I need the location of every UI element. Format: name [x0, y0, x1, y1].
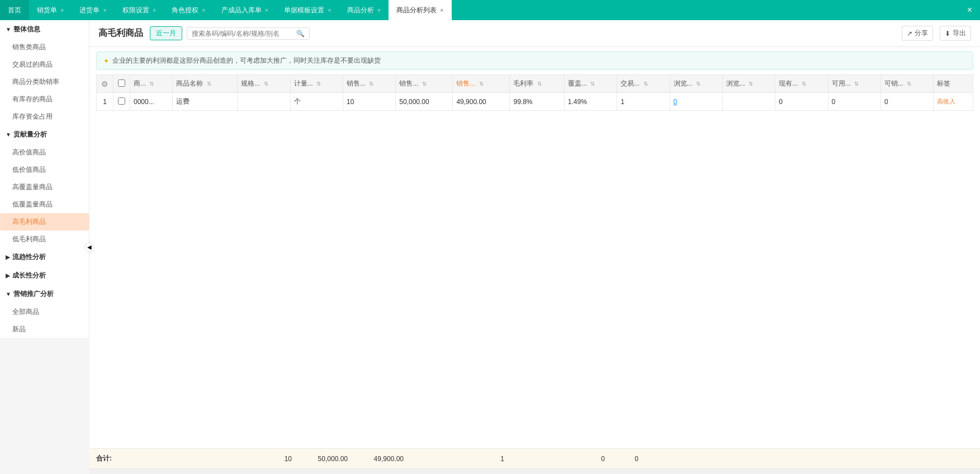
row-checkbox[interactable] [118, 97, 125, 105]
cell-sellable-stock: 0 [880, 93, 933, 111]
sidebar-item-high-coverage[interactable]: 高覆盖量商品 [0, 179, 89, 196]
page-title: 高毛利商品 [98, 27, 143, 39]
close-product-analysis[interactable]: × [377, 7, 381, 13]
total-view2 [542, 455, 576, 463]
nav-role-auth[interactable]: 角色授权 × [164, 0, 213, 20]
top-navigation: 首页 销货单 × 进货单 × 权限设置 × 角色授权 × 产成品入库单 × 单据… [0, 0, 980, 20]
settings-icon[interactable]: ⚙ [101, 79, 108, 88]
close-purchase-order[interactable]: × [103, 7, 106, 13]
sidebar-section-overall[interactable]: ▼ 整体信息 [0, 20, 89, 39]
sidebar-item-low-margin[interactable]: 低毛利商品 [0, 231, 89, 248]
sidebar-section-growth[interactable]: ▶ 成长性分析 [0, 266, 89, 285]
window-close-button[interactable]: × [959, 5, 980, 15]
filter-recent-month[interactable]: 近一月 [150, 26, 182, 40]
cell-current-stock: 0 [775, 93, 828, 111]
search-container: 🔍 [187, 27, 310, 40]
sidebar-item-stock-capital[interactable]: 库存资金占用 [0, 108, 89, 125]
col-settings[interactable]: ⚙ [97, 75, 113, 93]
nav-product-analysis-list[interactable]: 商品分析列表 × [389, 0, 451, 20]
col-name[interactable]: 商品名称 ⇅ [173, 75, 238, 93]
col-gross-margin[interactable]: 毛利率 ⇅ [510, 75, 564, 93]
sort-icon-available-stock: ⇅ [854, 81, 859, 87]
cell-sales-cost: 49,900.00 [453, 93, 510, 111]
nav-product-analysis[interactable]: 商品分析 × [339, 0, 389, 20]
col-transaction[interactable]: 交易... ⇅ [617, 75, 670, 93]
search-input[interactable] [192, 30, 296, 37]
col-code[interactable]: 商... ⇅ [130, 75, 173, 93]
close-product-analysis-list[interactable]: × [440, 7, 443, 13]
sidebar-section-contribution[interactable]: ▼ 贡献量分析 [0, 125, 89, 144]
col-tag[interactable]: 标签 [934, 75, 973, 93]
sidebar: ▼ 整体信息 销售类商品 交易过的商品 商品分类助销率 有库存的商品 库存资金占… [0, 20, 89, 338]
total-sales-amount: 50,000.00 [296, 455, 352, 463]
sidebar-section-marketing[interactable]: ▼ 营销推广分析 [0, 285, 89, 303]
col-coverage[interactable]: 覆盖... ⇅ [564, 75, 617, 93]
arrow-contribution: ▼ [6, 132, 11, 138]
col-view2[interactable]: 浏览... ⇅ [722, 75, 775, 93]
nav-template-settings[interactable]: 单据模板设置 × [276, 0, 339, 20]
arrow-overall: ▼ [6, 26, 11, 32]
share-button[interactable]: ↗ 分享 [902, 26, 933, 41]
cell-spec [238, 93, 290, 111]
col-sellable-stock[interactable]: 可销... ⇅ [880, 75, 933, 93]
close-template-settings[interactable]: × [328, 7, 331, 13]
share-icon: ↗ [907, 30, 912, 37]
nav-home[interactable]: 首页 [0, 0, 29, 20]
col-current-stock[interactable]: 现有... ⇅ [775, 75, 828, 93]
close-permissions[interactable]: × [153, 7, 156, 13]
col-sales-amount[interactable]: 销售... ⇅ [396, 75, 453, 93]
col-view1[interactable]: 浏览... ⇅ [670, 75, 722, 93]
close-product-warehouse[interactable]: × [265, 7, 268, 13]
cell-checkbox [113, 93, 130, 111]
sidebar-item-new-goods[interactable]: 新品 [0, 321, 89, 338]
sidebar-item-category-rate[interactable]: 商品分类助销率 [0, 73, 89, 91]
close-sales-order[interactable]: × [60, 7, 64, 13]
col-sales-cost[interactable]: 销售... ⇅ [453, 75, 510, 93]
cell-view1[interactable]: 0 [670, 93, 722, 111]
sort-icon-spec: ⇅ [264, 81, 268, 87]
sidebar-item-high-value[interactable]: 高价值商品 [0, 144, 89, 161]
col-spec[interactable]: 规格... ⇅ [238, 75, 290, 93]
nav-product-warehouse[interactable]: 产成品入库单 × [214, 0, 276, 20]
total-cells: 10 50,000.00 49,900.00 1 0 0 [268, 455, 643, 463]
select-all-checkbox[interactable] [118, 79, 125, 87]
total-sales-qty: 10 [268, 455, 296, 463]
sidebar-item-low-coverage[interactable]: 低覆盖量商品 [0, 196, 89, 213]
arrow-marketing: ▼ [6, 291, 11, 297]
cell-transaction: 1 [617, 93, 670, 111]
sidebar-collapse-button[interactable]: ◀ [84, 242, 94, 252]
sort-icon-current-stock: ⇅ [802, 81, 806, 87]
sidebar-item-high-margin[interactable]: 高毛利商品 [0, 213, 89, 231]
total-coverage [442, 455, 475, 463]
sort-icon-sales-qty: ⇅ [369, 81, 373, 87]
sidebar-item-sales-goods[interactable]: 销售类商品 [0, 39, 89, 56]
export-button[interactable]: ⬇ 导出 [940, 26, 971, 41]
table-row: 1 0000... 运费 [97, 93, 973, 111]
sort-icon-coverage: ⇅ [590, 81, 595, 87]
sidebar-item-all-goods[interactable]: 全部商品 [0, 303, 89, 321]
nav-permissions[interactable]: 权限设置 × [115, 0, 164, 20]
nav-sales-order[interactable]: 销货单 × [29, 0, 72, 20]
sidebar-section-trend[interactable]: ▶ 流趋性分析 [0, 248, 89, 266]
col-unit[interactable]: 计量... ⇅ [290, 75, 343, 93]
sort-icon-view2: ⇅ [749, 81, 753, 87]
search-icon[interactable]: 🔍 [296, 30, 305, 37]
cell-unit: 个 [290, 93, 343, 111]
nav-purchase-order[interactable]: 进货单 × [72, 0, 114, 20]
total-sales-cost: 49,900.00 [352, 455, 408, 463]
sort-icon-sales-amount: ⇅ [422, 81, 427, 87]
horizontal-scrollbar[interactable] [89, 468, 980, 474]
total-current-stock: 0 [576, 455, 609, 463]
col-sales-qty[interactable]: 销售... ⇅ [343, 75, 395, 93]
sort-icon-transaction: ⇅ [643, 81, 648, 87]
sort-icon-code: ⇅ [149, 81, 154, 87]
col-available-stock[interactable]: 可用... ⇅ [828, 75, 880, 93]
sort-icon-sales-cost: ⇅ [479, 81, 484, 87]
close-role-auth[interactable]: × [202, 7, 205, 13]
sort-icon-view1: ⇅ [696, 81, 700, 87]
sidebar-item-stocked-goods[interactable]: 有库存的商品 [0, 91, 89, 108]
info-icon: ✦ [103, 57, 109, 65]
total-transaction: 1 [475, 455, 509, 463]
sidebar-item-traded-goods[interactable]: 交易过的商品 [0, 56, 89, 73]
sidebar-item-low-value[interactable]: 低价值商品 [0, 161, 89, 179]
